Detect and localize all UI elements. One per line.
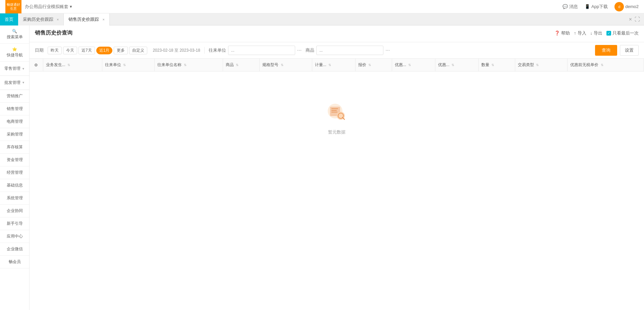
sort-icon-pre-tax-price: ⇅ [601,63,603,67]
goods-filter-input[interactable] [316,46,383,55]
help-icon: ❓ [554,31,560,36]
sidebar-item-ecommerce[interactable]: 电商管理 [0,115,29,128]
sort-icon-trade-type: ⇅ [536,63,539,67]
sidebar-item-system[interactable]: 系统管理 [0,192,29,205]
date-buttons: 昨天 今天 近7天 近1月 更多 自定义 [48,47,147,54]
chevron-down-icon: ▾ [70,4,72,9]
sort-icon-partner-code: ⇅ [123,63,126,67]
logo: 畅捷通好生意 [5,0,21,13]
sidebar-item-wholesale[interactable]: 批发管理 ▲ [0,76,29,90]
goods-filter-group: 商品 ··· [306,46,390,55]
app-selector[interactable]: 办公用品行业模拟账套 ▾ [25,4,72,10]
th-discount1[interactable]: 优惠... ⇅ [392,59,435,71]
sort-icon-quote: ⇅ [368,63,371,67]
help-btn[interactable]: ❓ 帮助 [554,30,570,36]
date-btn-more[interactable]: 更多 [114,47,128,54]
tab-purchase-history[interactable]: 采购历史价跟踪 × [18,13,64,25]
sort-icon-spec: ⇅ [281,63,283,67]
th-gear[interactable]: ⚙ [30,59,43,71]
th-discount2[interactable]: 优惠... ⇅ [435,59,478,71]
date-btn-custom[interactable]: 自定义 [129,47,147,54]
tab-sales-history[interactable]: 销售历史价跟踪 × [64,13,109,25]
goods-filter-dots[interactable]: ··· [385,47,390,53]
tab-purchase-history-close[interactable]: × [57,17,59,21]
tab-sales-history-close[interactable]: × [102,17,104,21]
sidebar-item-sales-mgmt[interactable]: 销售管理 [0,103,29,115]
topbar: 畅捷通好生意 办公用品行业模拟账套 ▾ 💬 消息 📱 App下载 d demo2 [0,0,644,13]
message-btn[interactable]: 💬 消息 [562,4,578,10]
date-btn-7days[interactable]: 近7天 [78,47,95,54]
sidebar-item-basic-info[interactable]: 基础信息 [0,179,29,192]
partner-filter-group: 往来单位 ··· [209,46,302,55]
page-header: 销售历史价查询 ❓ 帮助 ↑ 导入 ↓ 导出 ✓ [30,25,644,42]
export-btn[interactable]: ↓ 导出 [590,30,603,36]
sort-icon-discount1: ⇅ [408,63,411,67]
close-window-btn[interactable]: × [629,16,632,22]
goods-filter-label: 商品 [306,47,314,53]
sidebar: 🔍 搜索菜单 ⭐ 快捷导航 零售管理 ▼ 批发管理 ▲ 营销推广 销售管理 电商… [0,25,30,310]
main-layout: 🔍 搜索菜单 ⭐ 快捷导航 零售管理 ▼ 批发管理 ▲ 营销推广 销售管理 电商… [0,25,644,310]
partner-filter-label: 往来单位 [209,47,226,53]
sidebar-item-inventory[interactable]: 库存核算 [0,141,29,154]
sidebar-item-enterprise-coop[interactable]: 企业协同 [0,205,29,217]
sidebar-item-app-center[interactable]: 应用中心 [0,230,29,243]
message-icon: 💬 [562,4,568,9]
sidebar-item-quick-nav[interactable]: ⭐ 快捷导航 [0,44,29,62]
import-icon: ↑ [574,31,576,36]
sort-icon-goods: ⇅ [236,63,238,67]
sort-icon-partner-name: ⇅ [184,63,186,67]
filter-row: 日期 昨天 今天 近7天 近1月 更多 自定义 2023-02-18 至 202… [30,42,644,59]
th-quantity[interactable]: 数量 ⇅ [478,59,515,71]
maximize-window-btn[interactable]: ⛶ [635,16,640,22]
import-btn[interactable]: ↑ 导入 [574,30,586,36]
filter-divider-1 [204,47,205,54]
sidebar-item-operations[interactable]: 经营管理 [0,166,29,179]
only-last-checkbox-label[interactable]: ✓ 只看最后一次 [606,30,639,36]
download-icon: 📱 [585,4,590,9]
sidebar-item-marketing[interactable]: 营销推广 [0,90,29,103]
empty-state: 暂元数据 [30,71,644,162]
th-goods[interactable]: 商品 ⇅ [223,59,260,71]
query-button[interactable]: 查询 [595,45,617,56]
app-download-btn[interactable]: 📱 App下载 [585,4,608,10]
svg-rect-2 [331,108,338,109]
table-header: ⚙ 业务发生... ⇅ 往来单位 ⇅ 往来单位名称 ⇅ [30,59,644,71]
chevron-down-icon: ▼ [22,67,25,70]
date-btn-yesterday[interactable]: 昨天 [48,47,62,54]
date-filter-label: 日期 [35,47,44,53]
date-btn-today[interactable]: 今天 [63,47,77,54]
partner-filter-input[interactable] [228,46,295,55]
sidebar-item-membership[interactable]: 畅会员 [0,256,29,268]
partner-filter-dots[interactable]: ··· [297,47,302,53]
sort-icon-unit: ⇅ [328,63,331,67]
sort-icon-discount2: ⇅ [451,63,454,67]
empty-text: 暂元数据 [328,129,345,135]
chevron-up-icon: ▲ [22,81,25,85]
th-biz-date[interactable]: 业务发生... ⇅ [43,59,102,71]
sidebar-item-finance[interactable]: 资金管理 [0,154,29,166]
sidebar-item-search[interactable]: 🔍 搜索菜单 [0,25,29,44]
th-unit[interactable]: 计量... ⇅ [312,59,355,71]
th-pre-tax-price[interactable]: 优惠前无税单价 ⇅ [568,59,644,71]
tab-home[interactable]: 首页 [0,13,18,25]
sidebar-item-guide[interactable]: 新手引导 [0,217,29,230]
th-quote[interactable]: 报价 ⇅ [355,59,392,71]
user-profile[interactable]: d demo2 [614,2,639,11]
sidebar-item-enterprise-wechat[interactable]: 企业微信 [0,243,29,256]
only-last-checkbox[interactable]: ✓ [606,31,611,36]
page-actions: ❓ 帮助 ↑ 导入 ↓ 导出 ✓ 只看最后一次 [554,30,639,36]
sort-icon-biz-date: ⇅ [67,63,70,67]
th-spec[interactable]: 规格型号 ⇅ [260,59,312,71]
th-partner-name[interactable]: 往来单位名称 ⇅ [155,59,223,71]
sidebar-item-retail[interactable]: 零售管理 ▼ [0,62,29,76]
page-title-row: 销售历史价查询 ❓ 帮助 ↑ 导入 ↓ 导出 ✓ [35,30,639,37]
sidebar-item-purchase[interactable]: 采购管理 [0,128,29,141]
empty-state-icon [323,98,350,125]
date-btn-1month[interactable]: 近1月 [96,47,113,54]
date-range-display: 2023-02-18 至 2023-03-18 [153,48,200,53]
data-table: ⚙ 业务发生... ⇅ 往来单位 ⇅ 往来单位名称 ⇅ [30,59,644,71]
th-trade-type[interactable]: 交易类型 ⇅ [515,59,568,71]
settings-button[interactable]: 设置 [620,45,639,56]
table-container: ⚙ 业务发生... ⇅ 往来单位 ⇅ 往来单位名称 ⇅ [30,59,644,310]
th-partner-code[interactable]: 往来单位 ⇅ [102,59,155,71]
